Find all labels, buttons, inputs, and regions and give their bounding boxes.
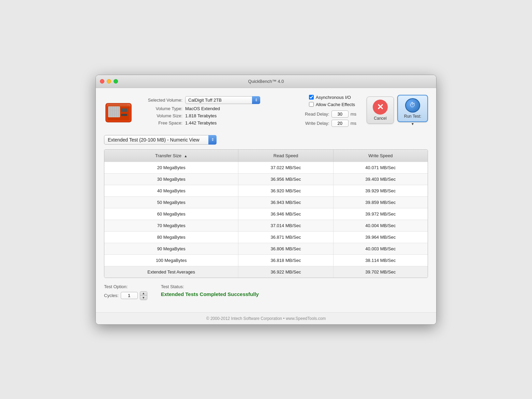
volume-size-row: Volume Size: 1.818 Terabytes	[142, 113, 292, 118]
volume-type-row: Volume Type: MacOS Extended	[142, 106, 292, 111]
free-space-value: 1.442 Terabytes	[185, 120, 217, 125]
cell-write-speed: 39.972 MB/Sec	[333, 208, 428, 220]
allow-cache-label: Allow Cache Effects	[316, 102, 355, 107]
col-read-speed[interactable]: Read Speed	[238, 150, 333, 162]
write-delay-input[interactable]	[331, 120, 349, 127]
col-write-speed[interactable]: Write Speed	[333, 150, 428, 162]
cell-write-speed: 40.003 MB/Sec	[333, 243, 428, 254]
table-row: 90 MegaBytes36.806 MB/Sec40.003 MB/Sec	[104, 243, 428, 254]
drive-icon	[104, 98, 135, 125]
cycles-label: Cycles:	[104, 293, 119, 298]
read-delay-input[interactable]	[331, 110, 349, 118]
svg-rect-17	[121, 114, 127, 116]
run-test-dropdown-arrow[interactable]: ▼	[411, 122, 414, 126]
write-delay-unit: ms	[351, 121, 356, 126]
cell-transfer-size: 70 MegaBytes	[104, 220, 238, 231]
cell-write-speed: 39.403 MB/Sec	[333, 173, 428, 185]
table-row: 20 MegaBytes37.022 MB/Sec40.071 MB/Sec	[104, 162, 428, 173]
options-delays: Asynchronous I/O Allow Cache Effects Rea…	[299, 95, 356, 129]
titlebar: QuickBench™ 4.0	[96, 75, 436, 88]
data-table-container: Transfer Size ▲ Read Speed Write Speed 2…	[104, 149, 428, 278]
maximize-button[interactable]	[114, 79, 118, 84]
free-space-row: Free Space: 1.442 Terabytes	[142, 120, 292, 125]
run-test-icon	[405, 98, 420, 113]
run-test-label: Run Test:	[404, 114, 421, 119]
test-option: Test Option: Cycles: ▲ ▼	[104, 284, 147, 300]
cell-write-speed: 40.071 MB/Sec	[333, 162, 428, 173]
cycles-stepper[interactable]: ▲ ▼	[140, 291, 147, 300]
col-transfer-size-label: Transfer Size	[155, 153, 181, 158]
volume-size-value: 1.818 Terabytes	[185, 113, 217, 118]
volume-size-label: Volume Size:	[142, 113, 182, 118]
async-io-label: Asynchronous I/O	[316, 95, 351, 100]
read-delay-row: Read Delay: ms	[299, 110, 356, 118]
allow-cache-row[interactable]: Allow Cache Effects	[309, 102, 356, 107]
sort-arrow-icon: ▲	[184, 154, 188, 158]
test-status: Test Status: Extended Tests Completed Su…	[161, 284, 259, 300]
traffic-lights	[100, 79, 118, 84]
bottom-section: Test Option: Cycles: ▲ ▼ Test Status: Ex…	[104, 284, 428, 300]
table-row: 70 MegaBytes37.014 MB/Sec40.004 MB/Sec	[104, 220, 428, 231]
cell-read-speed: 36.806 MB/Sec	[238, 243, 333, 254]
table-row: 80 MegaBytes36.871 MB/Sec39.964 MB/Sec	[104, 231, 428, 243]
stepper-down-button[interactable]: ▼	[140, 296, 147, 300]
cycles-row: Cycles: ▲ ▼	[104, 291, 147, 300]
cell-read-speed: 36.943 MB/Sec	[238, 196, 333, 208]
test-status-label: Test Status:	[161, 284, 259, 289]
table-row: 50 MegaBytes36.943 MB/Sec39.859 MB/Sec	[104, 196, 428, 208]
cell-read-speed: 36.920 MB/Sec	[238, 185, 333, 196]
cell-read-speed: 36.922 MB/Sec	[238, 266, 333, 278]
stepper-up-button[interactable]: ▲	[140, 292, 147, 296]
top-section: Selected Volume: CalDigit Tuff 2TB Volum…	[104, 95, 428, 129]
selected-volume-label: Selected Volume:	[142, 98, 182, 103]
buttons-section: ✕ Cancel Run Test: ▼	[367, 95, 428, 126]
cell-read-speed: 36.818 MB/Sec	[238, 254, 333, 266]
write-delay-row: Write Delay: ms	[299, 120, 356, 127]
cell-write-speed: 38.114 MB/Sec	[333, 254, 428, 266]
cell-write-speed: 40.004 MB/Sec	[333, 220, 428, 231]
async-io-checkbox[interactable]	[309, 95, 314, 100]
options-section: Asynchronous I/O Allow Cache Effects	[309, 95, 356, 107]
write-delay-label: Write Delay:	[299, 121, 329, 126]
minimize-button[interactable]	[107, 79, 111, 84]
allow-cache-checkbox[interactable]	[309, 102, 314, 107]
table-row: 40 MegaBytes36.920 MB/Sec39.929 MB/Sec	[104, 185, 428, 196]
cycles-input[interactable]	[121, 292, 138, 299]
table-header-row: Transfer Size ▲ Read Speed Write Speed	[104, 150, 428, 162]
content-area: Selected Volume: CalDigit Tuff 2TB Volum…	[96, 88, 436, 312]
view-select[interactable]: Extended Test (20-100 MB) - Numeric View	[104, 135, 217, 145]
cell-read-speed: 37.022 MB/Sec	[238, 162, 333, 173]
col-transfer-size[interactable]: Transfer Size ▲	[104, 150, 238, 162]
read-delay-unit: ms	[351, 112, 356, 117]
volume-type-value: MacOS Extended	[185, 106, 220, 111]
run-test-button[interactable]: Run Test:	[397, 95, 428, 122]
status-text: Extended Tests Completed Successfully	[161, 291, 259, 297]
cancel-label: Cancel	[374, 116, 386, 121]
cell-transfer-size: 40 MegaBytes	[104, 185, 238, 196]
col-write-speed-label: Write Speed	[368, 153, 393, 158]
volume-select-container: CalDigit Tuff 2TB	[185, 96, 260, 104]
read-delay-label: Read Delay:	[299, 112, 329, 117]
footer: © 2000-2012 Intech Software Corporation …	[96, 312, 436, 324]
view-selector: Extended Test (20-100 MB) - Numeric View	[104, 135, 428, 145]
table-body: 20 MegaBytes37.022 MB/Sec40.071 MB/Sec30…	[104, 162, 428, 278]
footer-text: © 2000-2012 Intech Software Corporation …	[206, 316, 326, 321]
cell-transfer-size: 50 MegaBytes	[104, 196, 238, 208]
volume-select[interactable]: CalDigit Tuff 2TB	[185, 96, 260, 104]
cancel-button[interactable]: ✕ Cancel	[367, 97, 394, 124]
cell-read-speed: 36.956 MB/Sec	[238, 173, 333, 185]
table-row: 60 MegaBytes36.946 MB/Sec39.972 MB/Sec	[104, 208, 428, 220]
cell-write-speed: 39.964 MB/Sec	[333, 231, 428, 243]
cell-transfer-size: 100 MegaBytes	[104, 254, 238, 266]
close-button[interactable]	[100, 79, 104, 84]
free-space-label: Free Space:	[142, 120, 182, 125]
cell-write-speed: 39.859 MB/Sec	[333, 196, 428, 208]
table-row: 30 MegaBytes36.956 MB/Sec39.403 MB/Sec	[104, 173, 428, 185]
cell-transfer-size: 90 MegaBytes	[104, 243, 238, 254]
cell-transfer-size: Extended Test Averages	[104, 266, 238, 278]
selected-volume-row: Selected Volume: CalDigit Tuff 2TB	[142, 96, 292, 104]
svg-rect-16	[121, 108, 127, 112]
async-io-row[interactable]: Asynchronous I/O	[309, 95, 356, 100]
cell-write-speed: 39.702 MB/Sec	[333, 266, 428, 278]
svg-rect-18	[107, 104, 131, 106]
